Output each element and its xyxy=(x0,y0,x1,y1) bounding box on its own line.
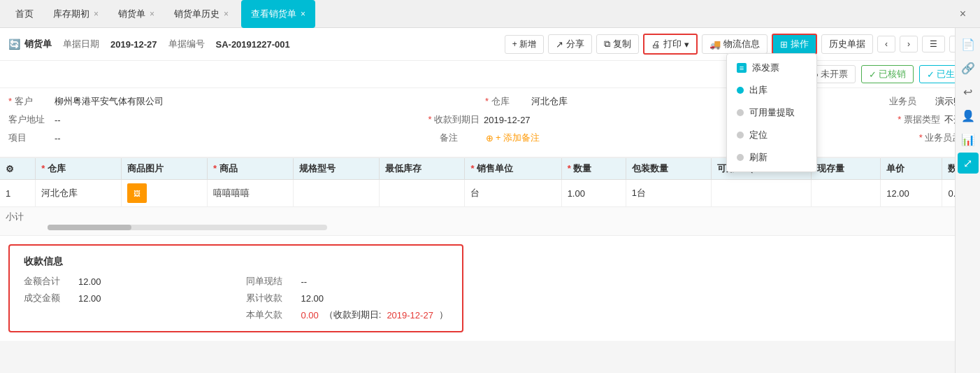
settlement-label: 同单现结 xyxy=(246,275,295,288)
verified-label: 已核销 xyxy=(879,68,906,80)
cell-min-stock xyxy=(379,180,465,207)
col-min-stock: 最低库存 xyxy=(379,158,465,180)
prev-button[interactable]: ‹ xyxy=(877,36,895,52)
col-quantity: 数量 xyxy=(561,158,626,180)
print-dropdown-icon: ▾ xyxy=(684,39,689,50)
tab-inventory[interactable]: 库存期初 × xyxy=(43,0,108,28)
warehouse-value: 河北仓库 xyxy=(531,95,568,108)
cell-price: 12.00 xyxy=(881,180,942,207)
available-label: 可用量提取 xyxy=(749,106,795,119)
cumulative-value: 12.00 xyxy=(301,293,324,304)
project-label: 项目 xyxy=(8,132,50,144)
due-date-value: 2019-12-27 xyxy=(484,115,531,125)
scrollbar-thumb[interactable] xyxy=(48,225,131,230)
dropdown-item-available[interactable]: 可用量提取 xyxy=(727,101,816,124)
col-settings[interactable]: ⚙ xyxy=(0,158,36,180)
add-note-button[interactable]: ⊕ + 添加备注 xyxy=(486,132,540,144)
warehouse-label: 仓库 xyxy=(485,95,527,108)
cell-available xyxy=(712,180,811,207)
cell-warehouse: 河北仓库 xyxy=(36,180,122,207)
dropdown-item-locate[interactable]: 定位 xyxy=(727,124,816,146)
sidebar-user-icon[interactable]: 👤 xyxy=(958,105,979,126)
history-label: 历史单据 xyxy=(829,38,865,50)
operation-label: 操作 xyxy=(791,38,809,50)
dropdown-item-outbound[interactable]: 出库 xyxy=(727,79,816,101)
print-label: 打印 xyxy=(663,38,682,50)
outbound-label: 出库 xyxy=(749,84,768,97)
sidebar-doc-icon[interactable]: 📄 xyxy=(958,34,979,55)
locate-icon xyxy=(737,132,744,139)
sub-action-bar: 📱 来自手机 ● 未开票 ✓ 已核销 ✓ 已生效 xyxy=(0,61,980,88)
dropdown-item-add-invoice[interactable]: ≡ 添发票 xyxy=(727,57,816,79)
logistics-label: 物流信息 xyxy=(723,38,760,50)
available-icon xyxy=(737,109,744,116)
tab-sales[interactable]: 销货单 × xyxy=(108,0,164,28)
form-row-2: 客户地址 -- 收款到期日 2019-12-27 票据类型 不开票 xyxy=(8,113,972,126)
tab-sales-history[interactable]: 销货单历史 × xyxy=(164,0,238,28)
cell-quantity: 1.00 xyxy=(561,180,626,207)
payment-amount-row: 金额合计 12.00 xyxy=(24,275,225,288)
copy-label: 复制 xyxy=(613,38,631,50)
refresh-label: 刷新 xyxy=(749,151,768,164)
tab-home[interactable]: 首页 xyxy=(6,0,43,28)
sidebar-undo-icon[interactable]: ↩ xyxy=(958,81,979,102)
payment-settlement-row: 同单现结 -- xyxy=(246,275,447,288)
sidebar-link-icon[interactable]: 🔗 xyxy=(958,57,979,78)
col-spec: 规格型号 xyxy=(293,158,379,180)
arrears-label: 本单欠款 xyxy=(246,309,295,321)
payment-deal-row: 成交金额 12.00 xyxy=(24,292,225,304)
operation-button[interactable]: ⊞ 操作 xyxy=(772,34,817,55)
tab-view-sales[interactable]: 查看销货单 × xyxy=(241,0,315,28)
copy-button[interactable]: ⧉ 复制 xyxy=(596,34,639,54)
tab-view-sales-close[interactable]: × xyxy=(301,9,305,19)
tab-sales-history-close[interactable]: × xyxy=(224,9,229,19)
tab-home-label: 首页 xyxy=(15,8,34,20)
form-row-1: 客户 柳州粤港平安气体有限公司 仓库 河北仓库 业务员 演示账号 xyxy=(8,95,972,108)
deal-value: 12.00 xyxy=(78,293,101,304)
right-sidebar: 📄 🔗 ↩ 👤 📊 ⤢ xyxy=(955,28,980,373)
cell-img: 🖼 xyxy=(122,180,208,207)
verified-button[interactable]: ✓ 已核销 xyxy=(861,65,914,83)
amount-label: 金额合计 xyxy=(24,275,73,288)
cumulative-label: 累计收款 xyxy=(246,292,295,304)
due-date-field: 收款到期日 2019-12-27 xyxy=(428,113,530,126)
tab-inventory-close[interactable]: × xyxy=(94,9,99,19)
print-button[interactable]: 🖨 打印 ▾ xyxy=(643,34,698,55)
view-toggle-list[interactable]: ☰ xyxy=(922,36,945,52)
doc-date-label: 单据日期 xyxy=(63,38,99,50)
history-button[interactable]: 历史单据 xyxy=(821,34,873,54)
share-button[interactable]: ↗ 分享 xyxy=(548,34,592,54)
next-button[interactable]: › xyxy=(900,36,918,52)
copy-icon: ⧉ xyxy=(604,38,610,50)
tab-sales-close[interactable]: × xyxy=(150,9,154,19)
note-field: 备注 ⊕ + 添加备注 xyxy=(440,132,540,144)
sidebar-chart-icon[interactable]: 📊 xyxy=(958,129,979,150)
doc-date-value: 2019-12-27 xyxy=(110,39,157,50)
add-invoice-icon: ≡ xyxy=(737,63,747,73)
col-product: 商品 xyxy=(207,158,293,180)
horizontal-scrollbar[interactable] xyxy=(48,225,327,230)
tab-sales-history-label: 销货单历史 xyxy=(174,8,219,20)
cell-product: 嘻嘻嘻嘻 xyxy=(207,180,293,207)
add-note-icon: ⊕ xyxy=(486,133,493,143)
subtotal-row: 小计 xyxy=(0,207,980,236)
form-row-3: 项目 -- 备注 ⊕ + 添加备注 业务员孟 -- xyxy=(8,132,972,144)
col-pack-qty: 包装数量 xyxy=(626,158,712,180)
arrears-date: 2019-12-27 xyxy=(387,310,433,321)
product-image: 🖼 xyxy=(127,183,147,203)
subtotal-label: 小计 xyxy=(0,207,980,236)
sidebar-expand-icon[interactable]: ⤢ xyxy=(958,153,979,174)
tab-sales-label: 销货单 xyxy=(118,8,145,20)
doc-number-value: SA-20191227-001 xyxy=(216,39,290,50)
outbound-icon xyxy=(737,87,744,94)
logistics-button[interactable]: 🚚 物流信息 xyxy=(702,34,768,54)
new-button[interactable]: + 新增 xyxy=(505,35,544,54)
dropdown-item-refresh[interactable]: 刷新 xyxy=(727,146,816,169)
project-value: -- xyxy=(55,133,61,143)
address-field: 客户地址 -- xyxy=(8,113,61,126)
tab-view-sales-label: 查看销货单 xyxy=(251,8,296,20)
cell-pack-qty: 1台 xyxy=(626,180,712,207)
col-img: 商品图片 xyxy=(122,158,208,180)
window-close-button[interactable]: × xyxy=(951,8,974,20)
col-current: 现存量 xyxy=(811,158,881,180)
